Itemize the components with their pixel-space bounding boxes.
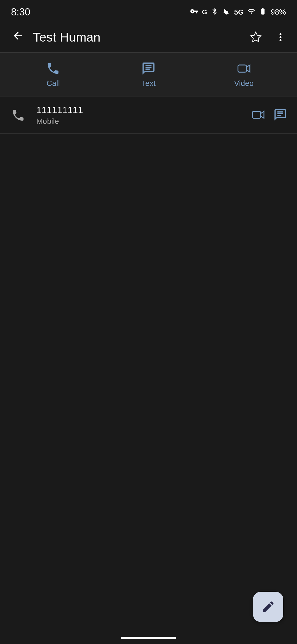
- back-arrow-icon: [12, 30, 24, 45]
- contact-row: 111111111 Mobile: [0, 97, 297, 133]
- text-action[interactable]: Text: [101, 61, 196, 88]
- edit-icon: [261, 600, 275, 614]
- call-action[interactable]: Call: [6, 61, 101, 88]
- video-label: Video: [234, 79, 254, 88]
- phone-number: 111111111: [36, 105, 251, 115]
- battery-icon: [259, 7, 267, 17]
- home-indicator: [121, 637, 176, 639]
- contact-info: 111111111 Mobile: [36, 105, 251, 126]
- app-bar: Test Human: [0, 22, 297, 52]
- action-bar: Call Text Video: [0, 53, 297, 97]
- text-label: Text: [141, 79, 155, 88]
- status-icons: G 5G 98%: [190, 7, 286, 17]
- video-action[interactable]: Video: [196, 61, 292, 88]
- more-options-button[interactable]: [272, 29, 289, 45]
- contact-row-actions: [251, 108, 287, 123]
- status-time: 8:30: [11, 6, 30, 18]
- contact-video-button[interactable]: [251, 108, 265, 123]
- g-icon: G: [202, 8, 207, 16]
- video-icon: [237, 61, 251, 76]
- text-icon: [141, 61, 156, 76]
- call-label: Call: [46, 79, 60, 88]
- 5g-icon: 5G: [234, 8, 244, 17]
- back-button[interactable]: [8, 28, 28, 47]
- battery-percent: 98%: [271, 8, 286, 17]
- svg-rect-0: [238, 65, 246, 72]
- status-bar: 8:30 G 5G: [0, 0, 297, 22]
- call-icon: [46, 61, 60, 76]
- alarm-off-icon: [222, 7, 230, 17]
- svg-rect-1: [252, 111, 260, 118]
- contact-row-divider: [0, 133, 297, 134]
- signal-icon: [248, 7, 255, 17]
- phone-type: Mobile: [36, 117, 251, 126]
- bluetooth-icon: [211, 7, 219, 17]
- edit-fab[interactable]: [253, 592, 283, 622]
- app-bar-actions: [248, 29, 289, 45]
- phone-icon: [10, 107, 26, 124]
- key-icon: [190, 7, 198, 17]
- favorite-button[interactable]: [248, 29, 264, 45]
- contact-text-button[interactable]: [273, 108, 287, 123]
- contact-name: Test Human: [33, 30, 248, 45]
